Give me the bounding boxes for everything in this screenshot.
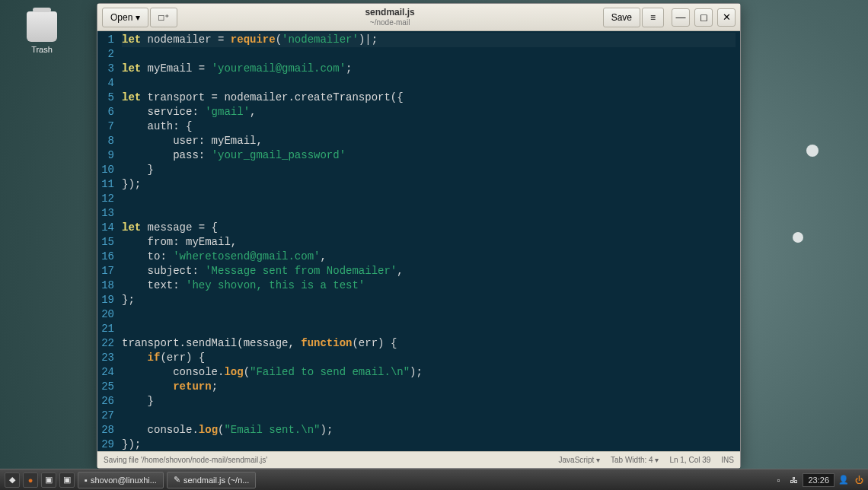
terminal-launcher[interactable]: ▣ [41,473,56,488]
code-line[interactable]: console.log("Failed to send email.\n"); [122,365,736,380]
line-number: 24 [99,365,114,380]
line-number: 16 [99,250,114,264]
maximize-icon: ◻ [700,11,708,23]
code-line[interactable] [122,206,736,221]
status-tab-width[interactable]: Tab Width: 4 ▾ [611,456,659,464]
code-line[interactable]: return; [122,380,736,394]
firefox-launcher[interactable]: ● [23,473,38,488]
status-insert-mode[interactable]: INS [721,456,734,464]
line-number: 7 [99,119,114,134]
line-number: 26 [99,394,114,409]
code-line[interactable]: let nodemailer = require('nodemailer')|; [122,33,736,47]
wallpaper-bubble [793,232,803,243]
code-line[interactable] [122,322,736,336]
code-line[interactable]: text: 'hey shovon, this is a test' [122,278,736,293]
window-title: sendmail.js [177,7,603,18]
taskbar-clock[interactable]: 23:26 [803,473,834,487]
status-language[interactable]: JavaScript ▾ [559,456,600,464]
line-number: 5 [99,91,114,105]
taskbar: ◆ ● ▣ ▣ ▪ shovon@linuxhi... ✎ sendmail.j… [0,469,868,490]
code-line[interactable]: console.log("Email sent.\n"); [122,423,736,438]
maximize-button[interactable]: ◻ [694,8,713,27]
code-line[interactable]: pass: 'your_gmail_password' [122,148,736,163]
line-number: 4 [99,76,114,91]
line-gutter: 1234567891011121314151617181920212223242… [97,31,117,451]
line-number: 17 [99,264,114,278]
line-number: 11 [99,177,114,192]
line-number: 20 [99,307,114,322]
line-number: 1 [99,33,114,47]
taskbar-task-editor[interactable]: ✎ sendmail.js (~/n... [167,472,257,488]
status-message: Saving file '/home/shovon/node-mail/send… [104,456,548,464]
code-content[interactable]: let nodemailer = require('nodemailer')|;… [117,31,740,451]
chevron-down-icon: ▾ [136,12,140,23]
user-tray-icon[interactable]: 👤 [838,474,850,486]
code-line[interactable]: transport.sendMail(message, function(err… [122,336,736,351]
line-number: 28 [99,423,114,438]
line-number: 14 [99,221,114,235]
code-line[interactable]: if(err) { [122,351,736,365]
line-number: 21 [99,322,114,336]
code-line[interactable]: let myEmail = 'youremail@gmail.com'; [122,62,736,76]
code-line[interactable]: to: 'wheretosend@gmail.com', [122,250,736,264]
code-line[interactable] [122,307,736,322]
line-number: 9 [99,148,114,163]
display-tray-icon[interactable]: ▫ [772,474,784,486]
code-line[interactable]: from: myEmail, [122,235,736,250]
line-number: 2 [99,47,114,62]
line-number: 29 [99,438,114,451]
editor-window: Open ▾ □⁺ sendmail.js ~/node-mail Save ≡… [97,3,741,469]
line-number: 12 [99,192,114,206]
close-icon: ✕ [723,11,731,23]
trash-icon [27,11,57,42]
open-button[interactable]: Open ▾ [102,8,148,27]
document-icon: ✎ [174,475,180,485]
app-menu-launcher[interactable]: ◆ [5,473,20,488]
line-number: 22 [99,336,114,351]
minimize-icon: — [676,11,686,23]
line-number: 15 [99,235,114,250]
terminal-icon: ▪ [85,476,88,485]
line-number: 18 [99,278,114,293]
code-line[interactable]: user: myEmail, [122,134,736,148]
trash-desktop-icon[interactable]: Trash [23,11,61,54]
power-tray-icon[interactable]: ⏻ [853,474,865,486]
taskbar-task-terminal[interactable]: ▪ shovon@linuxhi... [78,472,164,488]
system-tray: ▫ 🖧 23:26 👤 ⏻ [772,473,865,487]
line-number: 25 [99,380,114,394]
new-tab-button[interactable]: □⁺ [150,8,177,27]
line-number: 19 [99,293,114,307]
save-button[interactable]: Save [603,8,640,27]
new-document-icon: □⁺ [158,12,168,23]
code-line[interactable]: } [122,394,736,409]
menu-icon: ◆ [9,475,15,485]
code-line[interactable]: let transport = nodemailer.createTranspo… [122,91,736,105]
code-line[interactable]: }); [122,438,736,451]
line-number: 13 [99,206,114,221]
menu-button[interactable]: ≡ [642,8,664,27]
code-line[interactable]: }); [122,177,736,192]
window-subtitle: ~/node-mail [177,18,603,27]
code-line[interactable] [122,76,736,91]
line-number: 10 [99,163,114,177]
minimize-button[interactable]: — [672,8,690,27]
close-button[interactable]: ✕ [717,8,736,27]
filemanager-launcher[interactable]: ▣ [59,473,75,488]
code-line[interactable]: } [122,163,736,177]
code-line[interactable] [122,192,736,206]
code-line[interactable]: subject: 'Message sent from Nodemailer', [122,264,736,278]
network-tray-icon[interactable]: 🖧 [787,474,799,486]
hamburger-icon: ≡ [650,12,656,23]
code-line[interactable]: service: 'gmail', [122,105,736,119]
code-line[interactable]: }; [122,293,736,307]
terminal-icon: ▣ [45,475,53,485]
code-line[interactable]: let message = { [122,221,736,235]
line-number: 8 [99,134,114,148]
line-number: 27 [99,409,114,423]
code-line[interactable]: auth: { [122,119,736,134]
code-editor[interactable]: 1234567891011121314151617181920212223242… [97,31,740,451]
trash-label: Trash [31,45,53,54]
titlebar: Open ▾ □⁺ sendmail.js ~/node-mail Save ≡… [97,4,740,31]
code-line[interactable] [122,47,736,62]
code-line[interactable] [122,409,736,423]
